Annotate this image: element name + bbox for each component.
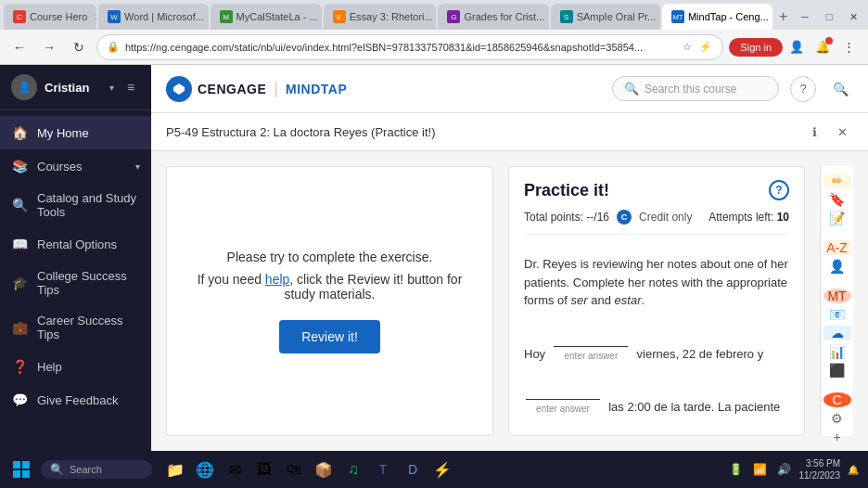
taskbar-discord[interactable]: D [399, 456, 427, 483]
svg-rect-3 [13, 470, 20, 478]
address-bar-row: ← → ↻ 🔒 https://ng.cengage.com/static/nb… [0, 30, 868, 65]
tab-close-icon[interactable]: ✕ [95, 10, 96, 23]
taskbar-amazon[interactable]: 📦 [310, 456, 338, 483]
minimize-button[interactable]: ─ [794, 6, 816, 28]
taskbar-photos[interactable]: 🖼 [250, 456, 278, 483]
help-link[interactable]: help [265, 272, 289, 287]
tab-mycalstate[interactable]: M MyCalStateLa - ... ✕ [211, 4, 322, 30]
sidebar-nav: 🏠 My Home 📚 Courses ▾ 🔍 Catalog and Stud… [0, 110, 151, 451]
sidebar-toggle-icon[interactable]: ≡ [121, 78, 140, 96]
note-icon[interactable]: 📝 [823, 211, 851, 225]
taskbar: 🔍 Search 📁 🌐 ✉ 🖼 🛍 📦 ♫ T D ⚡ 🔋 📶 🔊 3:56 … [0, 451, 868, 488]
taskbar-mail[interactable]: ✉ [221, 456, 249, 483]
maximize-button[interactable]: □ [818, 6, 840, 28]
tab-grades[interactable]: G Grades for Crist... ✕ [438, 4, 548, 30]
settings-icon[interactable]: ⚙ [823, 411, 851, 426]
flashcard-brand-icon[interactable]: A-Z [823, 240, 851, 255]
sidebar-item-catalog[interactable]: 🔍 Catalog and Study Tools [0, 183, 151, 227]
sidebar: 👤 Cristian ▾ ≡ 🏠 My Home 📚 Courses ▾ 🔍 C… [0, 65, 151, 451]
sidebar-item-help[interactable]: ❓ Help [0, 350, 151, 383]
taskbar-tray: 🔋 📶 🔊 3:56 PM 11/2/2023 🔔 [727, 457, 862, 482]
fill-blank-3: enter answer [526, 430, 600, 435]
taskbar-spotify[interactable]: ♫ [339, 456, 367, 483]
meta-points: Total points: --/16 [524, 211, 609, 224]
window-icon[interactable]: ⬛ [823, 363, 851, 378]
brand-icon[interactable]: MT [823, 289, 851, 303]
help-icon: ❓ [11, 358, 28, 375]
extension-icon[interactable]: ⚡ [698, 40, 713, 55]
profile-icon[interactable]: 👤 [785, 35, 809, 59]
logo-divider: | [274, 79, 278, 98]
taskbar-file-explorer[interactable]: 📁 [161, 456, 189, 483]
tab-sample[interactable]: S SAmpIe Oral Pr... ✕ [551, 4, 660, 30]
info-icon[interactable]: ℹ [803, 121, 825, 143]
practice-title-row: Practice it! ? [524, 180, 789, 200]
taskbar-chrome[interactable]: 🌐 [191, 456, 219, 483]
notifications-icon[interactable]: 🔔 [811, 35, 835, 59]
taskbar-notification-icon[interactable]: 🔔 [846, 462, 861, 477]
back-button[interactable]: ← [7, 35, 32, 59]
practice-help-button[interactable]: ? [769, 180, 789, 200]
address-box[interactable]: 🔒 https://ng.cengage.com/static/nb/ui/ev… [96, 34, 723, 60]
sidebar-item-my-home[interactable]: 🏠 My Home [0, 116, 151, 149]
cengage-brand-icon[interactable]: C [823, 392, 851, 407]
review-button[interactable]: Review it! [279, 320, 380, 353]
sidebar-item-rental[interactable]: 📖 Rental Options [0, 227, 151, 261]
help-button[interactable]: ? [790, 76, 816, 102]
meta-credit: Credit only [639, 211, 692, 224]
sidebar-item-feedback[interactable]: 💬 Give Feedback [0, 383, 151, 417]
tray-wifi-icon[interactable]: 📶 [751, 460, 770, 479]
fill-row-3: enter answer Aracelia Itzapú. Ella enter… [524, 430, 789, 435]
taskbar-teams[interactable]: T [369, 456, 397, 483]
bookmark-icon[interactable]: 🔖 [823, 192, 851, 207]
taskbar-extra[interactable]: ⚡ [428, 456, 456, 483]
meta-attempts: Attempts left: 10 [708, 211, 789, 224]
cengage-logo: CENGAGE | MINDTAP [166, 76, 347, 102]
breadcrumb-icons: ℹ ✕ [803, 121, 853, 143]
start-button[interactable] [7, 456, 35, 483]
reload-button[interactable]: ↻ [67, 35, 91, 59]
sidebar-item-courses[interactable]: 📚 Courses ▾ [0, 149, 151, 183]
search-button[interactable]: 🔍 [827, 76, 853, 102]
chevron-icon: ▾ [135, 161, 140, 172]
star-icon[interactable]: ☆ [680, 40, 695, 55]
search-placeholder: Search this course [645, 83, 736, 96]
onedrive-icon[interactable]: ☁ [823, 326, 851, 340]
credit-circle: C [617, 210, 632, 225]
attempts-value: 10 [777, 211, 789, 224]
sidebar-item-label: Catalog and Study Tools [37, 191, 140, 219]
add-icon[interactable]: + [823, 430, 851, 444]
tab-essay[interactable]: E Essay 3: Rhetori... ✕ [324, 4, 437, 30]
sign-in-button[interactable]: Sign in [729, 38, 783, 57]
search-icon: 🔍 [624, 82, 639, 96]
rental-icon: 📖 [11, 236, 28, 252]
left-panel-message2: If you need help, click the Review it! b… [185, 272, 474, 302]
browser-menu-icon[interactable]: ⋮ [836, 35, 861, 59]
cengage-icon [166, 76, 192, 102]
highlight-icon[interactable]: ✏ [823, 173, 851, 188]
sidebar-item-label: College Success Tips [37, 269, 140, 297]
tab-word[interactable]: W Word | Microsof... ✕ [98, 4, 208, 30]
user-icon[interactable]: 👤 [823, 259, 851, 274]
new-tab-button[interactable]: + [774, 6, 792, 28]
taskbar-search-box[interactable]: 🔍 Search [41, 460, 152, 479]
courses-icon: 📚 [11, 158, 28, 174]
top-bar: CENGAGE | MINDTAP 🔍 Search this course ?… [151, 65, 868, 113]
tray-volume-icon[interactable]: 🔊 [775, 460, 794, 479]
sidebar-item-college-success[interactable]: 🎓 College Success Tips [0, 261, 151, 305]
practice-header: Practice it! ? Total points: --/16 C Cre… [509, 167, 804, 242]
outlook-icon[interactable]: 📧 [823, 307, 851, 322]
close-icon[interactable]: ✕ [831, 121, 853, 143]
tab-course-hero[interactable]: C Course Hero ✕ [4, 4, 96, 30]
sidebar-user[interactable]: 👤 Cristian ▾ ≡ [0, 65, 151, 110]
tray-battery-icon[interactable]: 🔋 [727, 460, 746, 479]
main-content: Please try to complete the exercise. If … [151, 151, 868, 451]
sidebar-item-career-success[interactable]: 💼 Career Success Tips [0, 305, 151, 350]
search-box[interactable]: 🔍 Search this course [612, 76, 779, 101]
tab-mindtap[interactable]: MT MindTap - Ceng... ✕ [662, 4, 772, 30]
close-button[interactable]: ✕ [842, 6, 864, 28]
taskbar-store[interactable]: 🛍 [280, 456, 308, 483]
practice-description: Dr. Reyes is reviewing her notes about o… [524, 255, 789, 310]
forward-button[interactable]: → [37, 35, 61, 59]
sheets-icon[interactable]: 📊 [823, 344, 851, 359]
